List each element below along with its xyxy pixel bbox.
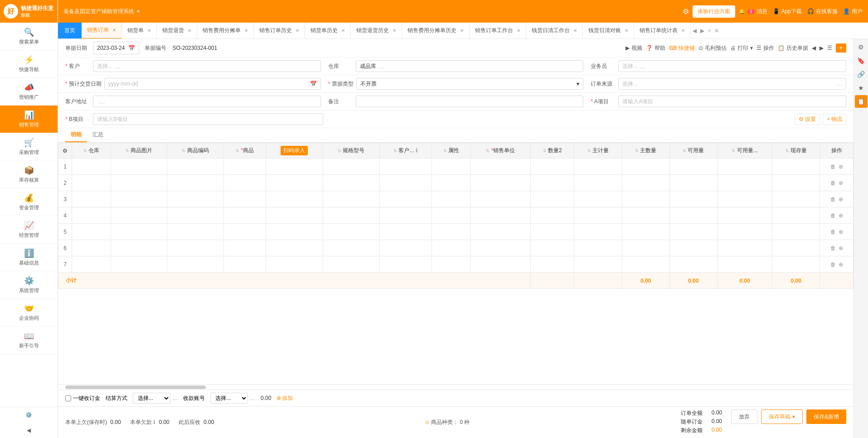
warehouse-input[interactable]: 成品库 … xyxy=(356,60,584,72)
row-2-product[interactable] xyxy=(223,175,266,191)
row-7-main-unit[interactable] xyxy=(574,256,622,273)
row-3-image[interactable] xyxy=(111,191,167,207)
address-dots[interactable]: … xyxy=(99,98,105,105)
row-4-main-unit[interactable] xyxy=(574,207,622,224)
row-4-attribute[interactable] xyxy=(432,207,471,224)
delete-row-3-icon[interactable]: 🗑 xyxy=(830,196,836,202)
row-5-code[interactable] xyxy=(167,224,224,240)
row-6-image[interactable] xyxy=(111,240,167,256)
solution-button[interactable]: 体验行业方案 xyxy=(693,5,735,18)
account-select[interactable]: 选择... xyxy=(210,393,248,404)
tab-sales-order[interactable]: 销售订单 ✕ xyxy=(82,23,122,39)
row-2-customer-code[interactable] xyxy=(379,175,432,191)
tab-next-btn[interactable]: ▶ xyxy=(698,28,706,34)
close-expense-split-icon[interactable]: ✕ xyxy=(244,28,248,33)
close-sales-order-icon[interactable]: ✕ xyxy=(112,28,116,33)
sidebar-item-marketing[interactable]: 📣 营销推广 xyxy=(0,78,58,106)
row-3-qty2[interactable] xyxy=(530,191,574,207)
copy-row-1-icon[interactable]: ⊕ xyxy=(839,164,843,170)
help-btn[interactable]: ❓ 帮助 xyxy=(646,44,665,52)
sidebar-item-search[interactable]: 🔍 搜索菜单 xyxy=(0,23,58,50)
delete-row-6-icon[interactable]: 🗑 xyxy=(830,245,836,251)
settings-btn[interactable]: ⚙ 设置 xyxy=(795,114,820,125)
row-6-unit[interactable] xyxy=(470,240,530,256)
row-1-warehouse[interactable] xyxy=(72,159,111,175)
row-5-product[interactable] xyxy=(223,224,266,240)
row-1-customer-code[interactable] xyxy=(379,159,432,175)
tab-expense-split[interactable]: 销售费用分摊单 ✕ xyxy=(197,23,254,39)
copy-row-3-icon[interactable]: ⊕ xyxy=(839,196,843,202)
row-6-product[interactable] xyxy=(223,240,266,256)
row-1-code[interactable] xyxy=(167,159,224,175)
print-btn[interactable]: 🖨 打印 ▾ xyxy=(730,44,753,52)
row-4-image[interactable] xyxy=(111,207,167,224)
right-icon-3[interactable]: 🔗 xyxy=(855,68,868,81)
tab-home[interactable]: 首页 xyxy=(58,23,82,39)
copy-row-5-icon[interactable]: ⊕ xyxy=(839,229,843,235)
save-draft-button[interactable]: 保存草稿 ▾ xyxy=(761,409,803,424)
customer-address-input[interactable]: … xyxy=(93,96,321,107)
salesman-dots[interactable]: … xyxy=(640,63,646,70)
row-4-product[interactable] xyxy=(223,207,266,224)
delete-row-4-icon[interactable]: 🗑 xyxy=(830,212,836,219)
copy-row-4-icon[interactable]: ⊕ xyxy=(839,212,843,219)
delete-row-5-icon[interactable]: 🗑 xyxy=(830,229,836,235)
delivery-date-input[interactable]: yyyy-mm-dd 📅 xyxy=(104,78,321,90)
nav-next-btn[interactable]: ▶ xyxy=(820,45,824,51)
row-6-main-unit[interactable] xyxy=(574,240,622,256)
row-4-code[interactable] xyxy=(167,207,224,224)
row-2-main-unit[interactable] xyxy=(574,175,622,191)
row-4-warehouse[interactable] xyxy=(72,207,111,224)
close-order-stats-icon[interactable]: ✕ xyxy=(681,28,685,33)
app-download-btn[interactable]: 📱 App下载 xyxy=(773,8,802,15)
row-6-spec[interactable] xyxy=(323,240,379,256)
right-icon-4[interactable]: ★ xyxy=(855,82,868,94)
sub-tab-detail[interactable]: 明细 xyxy=(65,128,87,142)
row-3-code[interactable] xyxy=(167,191,224,207)
row-2-attribute[interactable] xyxy=(432,175,471,191)
row-4-unit[interactable] xyxy=(470,207,530,224)
row-5-main-qty[interactable] xyxy=(622,224,669,240)
row-2-spec[interactable] xyxy=(323,175,379,191)
row-3-unit[interactable] xyxy=(470,191,530,207)
row-4-customer-code[interactable] xyxy=(379,207,432,224)
customer-input[interactable]: 选择... … xyxy=(93,60,321,72)
row-1-spec[interactable] xyxy=(323,159,379,175)
sidebar-item-basic-info[interactable]: ℹ️ 基础信息 xyxy=(0,244,58,271)
sidebar-item-sales[interactable]: 📊 销售管理 xyxy=(0,106,58,133)
row-3-attribute[interactable] xyxy=(432,191,471,207)
horizontal-scrollbar[interactable] xyxy=(58,384,853,390)
row-1-unit[interactable] xyxy=(470,159,530,175)
row-7-main-qty[interactable] xyxy=(622,256,669,273)
tab-order-workbench[interactable]: 销售订单工作台 ✕ xyxy=(470,23,526,39)
row-7-spec[interactable] xyxy=(323,256,379,273)
sidebar-item-operations[interactable]: 📈 经营管理 xyxy=(0,216,58,244)
sidebar-item-system[interactable]: ⚙️ 系统管理 xyxy=(0,271,58,299)
save-new-button[interactable]: 保存&新增 xyxy=(806,409,846,424)
row-5-warehouse[interactable] xyxy=(72,224,111,240)
salesman-input[interactable]: 选择... … xyxy=(618,60,846,72)
row-4-main-qty[interactable] xyxy=(622,207,669,224)
sidebar-item-enterprise[interactable]: 🤝 企业协同 xyxy=(0,299,58,327)
row-1-image[interactable] xyxy=(111,159,167,175)
sidebar-item-purchase[interactable]: 🛒 采购管理 xyxy=(0,133,58,161)
row-1-attribute[interactable] xyxy=(432,159,471,175)
sidebar-item-guide[interactable]: 📖 新手引导 xyxy=(0,327,58,354)
row-1-main-qty[interactable] xyxy=(622,159,669,175)
close-cash-workbench-icon[interactable]: ✕ xyxy=(573,28,577,33)
sub-tab-summary[interactable]: 汇总 xyxy=(87,128,109,142)
close-cash-reconcile-icon[interactable]: ✕ xyxy=(625,28,628,33)
online-service-btn[interactable]: 🎧 在线客服 xyxy=(807,8,838,15)
one-click-checkbox[interactable] xyxy=(65,395,71,401)
th-gear[interactable]: ⚙ xyxy=(58,143,72,159)
row-7-customer-code[interactable] xyxy=(379,256,432,273)
nav-prev-btn[interactable]: ◀ xyxy=(812,45,816,51)
row-4-spec[interactable] xyxy=(323,207,379,224)
payment-select[interactable]: 选择... xyxy=(133,393,170,404)
add-logistics-btn[interactable]: + 物流 xyxy=(823,114,846,125)
discard-button[interactable]: 放弃 xyxy=(731,409,757,424)
row-1-qty2[interactable] xyxy=(530,159,574,175)
gear-btn[interactable]: ⚙ xyxy=(683,7,689,16)
row-1-product[interactable] xyxy=(223,159,266,175)
save-draft-dropdown-icon[interactable]: ▾ xyxy=(792,414,795,420)
